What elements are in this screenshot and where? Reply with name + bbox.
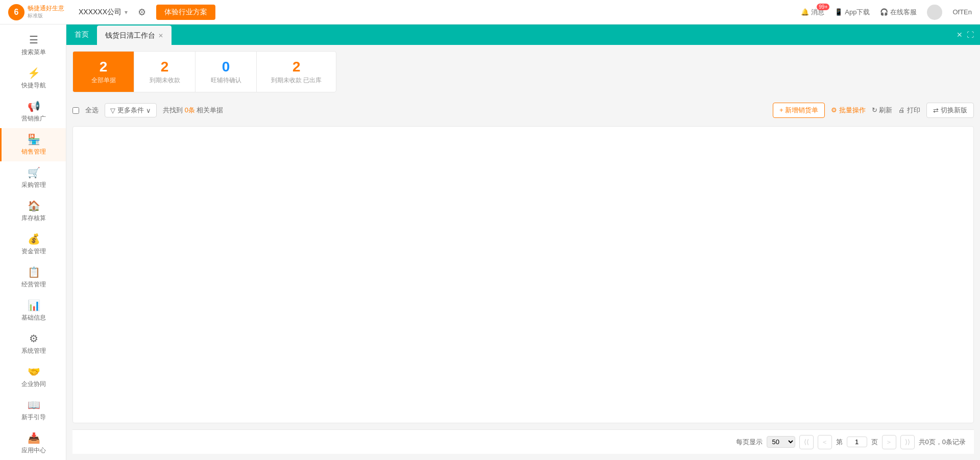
tab-workbench[interactable]: 钱货日清工作台 ✕ <box>97 26 172 46</box>
stat-label-pending: 旺辅待确认 <box>210 76 242 85</box>
sidebar-item-beginner[interactable]: 📖 新手引导 <box>0 394 66 427</box>
stat-number-overdue: 2 <box>149 59 181 75</box>
stat-number-pending: 0 <box>210 59 242 75</box>
stat-label-shipped: 到期未收款 已出库 <box>271 76 322 85</box>
main-layout: ☰ 搜索菜单 ⚡ 快捷导航 📢 营销推广 🏪 销售管理 🛒 采购管理 🏠 库存核… <box>0 25 980 460</box>
sidebar-label-system: 系统管理 <box>21 347 46 355</box>
tab-workbench-label: 钱货日清工作台 <box>105 31 155 40</box>
sidebar-item-basic-info[interactable]: 📊 基础信息 <box>0 294 66 327</box>
total-text: 共0页，0条记录 <box>919 438 966 447</box>
settings-icon[interactable]: ⚙ <box>134 4 150 20</box>
stat-card-shipped[interactable]: 2 到期未收款 已出库 <box>257 52 336 92</box>
company-selector[interactable]: XXXXXX公司 ▾ <box>75 6 132 19</box>
sidebar-label-app-center: 应用中心 <box>21 446 46 455</box>
page-next-button[interactable]: ＞ <box>882 435 896 449</box>
refresh-label: 刷新 <box>879 106 892 114</box>
beginner-icon: 📖 <box>28 399 40 411</box>
sidebar-item-quick-nav[interactable]: ⚡ 快捷导航 <box>0 62 66 95</box>
brand-sub: 标准版 <box>28 12 64 19</box>
chevron-icon: ∨ <box>146 107 151 114</box>
operations-icon: 📋 <box>28 266 40 278</box>
sidebar-item-inventory[interactable]: 🏠 库存核算 <box>0 195 66 228</box>
tab-close-icon[interactable]: ✕ <box>158 32 163 39</box>
result-text: 共找到 0条 相关单据 <box>163 106 223 115</box>
service-icon: 🎧 <box>880 8 888 16</box>
purchase-icon: 🛒 <box>28 166 40 179</box>
basic-info-icon: 📊 <box>28 299 40 311</box>
pagination: 每页显示 50 10 20 100 ⟨⟨ ＜ 第 页 ＞ ⟩⟩ 共0页，0条记录 <box>72 429 974 454</box>
sidebar-item-app-center[interactable]: 📥 应用中心 <box>0 427 66 460</box>
sidebar-item-enterprise[interactable]: 🤝 企业协同 <box>0 360 66 394</box>
sidebar: ☰ 搜索菜单 ⚡ 快捷导航 📢 营销推广 🏪 销售管理 🛒 采购管理 🏠 库存核… <box>0 25 66 460</box>
sidebar-item-finance[interactable]: 💰 资金管理 <box>0 228 66 261</box>
page-last-button[interactable]: ⟩⟩ <box>900 435 915 449</box>
page-size-select[interactable]: 50 10 20 100 <box>767 436 795 448</box>
online-service-label: 在线客服 <box>890 8 917 17</box>
toolbar: 全选 ▽ 更多条件 ∨ 共找到 0条 相关单据 + 新增销货单 ⚙ 批量操作 <box>72 99 974 120</box>
stat-label-all: 全部单据 <box>87 76 119 85</box>
stat-number-shipped: 2 <box>271 59 322 75</box>
switch-version-button[interactable]: ⇄ 切换新版 <box>926 103 974 118</box>
stat-card-pending[interactable]: 0 旺辅待确认 <box>195 52 257 92</box>
tab-home[interactable]: 首页 <box>66 25 97 45</box>
messages-button[interactable]: 🔔 消息 99+ <box>801 8 824 17</box>
result-suffix: 相关单据 <box>197 106 223 114</box>
app-download-label: App下载 <box>845 8 870 17</box>
sidebar-label-quick-nav: 快捷导航 <box>21 81 46 90</box>
batch-operation-button[interactable]: ⚙ 批量操作 <box>831 106 866 115</box>
stat-card-all[interactable]: 2 全部单据 <box>73 52 134 92</box>
sidebar-label-beginner: 新手引导 <box>21 413 46 422</box>
maximize-icon[interactable]: ⛶ <box>967 31 974 39</box>
online-service-button[interactable]: 🎧 在线客服 <box>880 8 917 17</box>
download-icon: 📱 <box>835 8 843 16</box>
tab-controls: ✕ ⛶ <box>957 31 980 39</box>
app-center-icon: 📥 <box>28 432 40 444</box>
sidebar-item-purchase-mgmt[interactable]: 🛒 采购管理 <box>0 161 66 195</box>
sidebar-item-marketing[interactable]: 📢 营销推广 <box>0 95 66 128</box>
page-prev-button[interactable]: ＜ <box>818 435 832 449</box>
tab-home-label: 首页 <box>75 30 89 39</box>
switch-label: 切换新版 <box>941 106 967 115</box>
page-label: 第 <box>836 438 843 447</box>
sidebar-label-finance: 资金管理 <box>21 247 46 256</box>
refresh-button[interactable]: ↻ 刷新 <box>872 106 893 115</box>
table-area <box>72 126 974 423</box>
brand-name: 畅捷通好生意 <box>28 5 64 13</box>
marketing-icon: 📢 <box>28 100 40 112</box>
sales-icon: 🏪 <box>28 133 40 146</box>
page-input[interactable] <box>847 437 867 447</box>
experience-button[interactable]: 体验行业方案 <box>156 5 215 20</box>
sidebar-label-purchase: 采购管理 <box>21 181 46 189</box>
sidebar-item-sales-mgmt[interactable]: 🏪 销售管理 <box>0 128 66 161</box>
sidebar-item-search-menu[interactable]: ☰ 搜索菜单 <box>0 29 66 62</box>
switch-icon: ⇄ <box>933 107 939 114</box>
stat-card-overdue[interactable]: 2 到期未收款 <box>134 52 195 92</box>
result-count: 0条 <box>185 106 195 114</box>
stat-label-overdue: 到期未收款 <box>149 76 181 85</box>
enterprise-icon: 🤝 <box>28 366 40 378</box>
page-first-button[interactable]: ⟨⟨ <box>799 435 814 449</box>
header-right: 🔔 消息 99+ 📱 App下载 🎧 在线客服 OfTEn <box>801 5 972 20</box>
sidebar-label-inventory: 库存核算 <box>21 214 46 223</box>
finance-icon: 💰 <box>28 233 40 245</box>
print-button[interactable]: 🖨 打印 <box>898 106 920 115</box>
page-label-2: 页 <box>871 438 878 447</box>
table-body <box>73 127 973 423</box>
lightning-icon: ⚡ <box>28 67 40 79</box>
chevron-down-icon: ▾ <box>125 9 128 16</box>
avatar[interactable] <box>927 5 942 20</box>
select-all-checkbox[interactable] <box>72 107 79 114</box>
sidebar-label-basic-info: 基础信息 <box>21 313 46 322</box>
sidebar-label-marketing: 营销推广 <box>21 114 46 123</box>
company-name: XXXXXX公司 <box>79 8 121 17</box>
sidebar-label-operations: 经营管理 <box>21 280 46 289</box>
result-prefix: 共找到 <box>163 106 183 114</box>
filter-button[interactable]: ▽ 更多条件 ∨ <box>105 103 157 117</box>
sidebar-item-system-mgmt[interactable]: ⚙ 系统管理 <box>0 327 66 360</box>
add-sales-order-button[interactable]: + 新增销货单 <box>773 103 825 118</box>
inventory-icon: 🏠 <box>28 200 40 212</box>
sidebar-item-operations[interactable]: 📋 经营管理 <box>0 261 66 294</box>
close-tab-ctrl-icon[interactable]: ✕ <box>957 31 963 39</box>
system-icon: ⚙ <box>29 332 38 345</box>
app-download-button[interactable]: 📱 App下载 <box>835 8 870 17</box>
